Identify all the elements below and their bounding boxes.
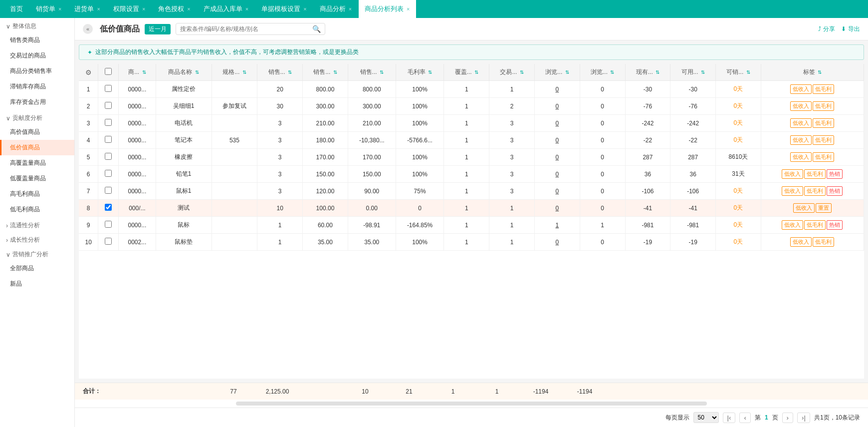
nav-product-analysis-list[interactable]: 商品分析列表 × <box>359 0 416 18</box>
nav-roles[interactable]: 角色授权 × <box>152 0 196 18</box>
close-icon[interactable]: × <box>142 6 145 12</box>
sidebar-item-high-margin[interactable]: 高毛利商品 <box>0 186 74 202</box>
sidebar-group-contribution[interactable]: ∨ 贡献度分析 <box>0 110 74 124</box>
horizontal-scrollbar[interactable] <box>236 402 707 406</box>
row-checkbox[interactable] <box>105 170 112 177</box>
browse1-link[interactable]: 0 <box>556 154 559 161</box>
cell-browse1[interactable]: 0 <box>535 166 580 183</box>
col-coverage[interactable]: 覆盖... ⇅ <box>444 64 489 81</box>
sidebar-item-low-coverage[interactable]: 低覆盖量商品 <box>0 171 74 186</box>
nav-products-in[interactable]: 产成品入库单 × <box>198 0 254 18</box>
col-sale3[interactable]: 销售... ⇅ <box>348 64 396 81</box>
cell-checkbox[interactable] <box>98 115 119 132</box>
cell-checkbox[interactable] <box>98 217 119 234</box>
col-saleable[interactable]: 可销... ⇅ <box>716 64 761 81</box>
col-tags[interactable]: 标签 ⇅ <box>761 64 864 81</box>
per-page-select[interactable]: 50 20 100 <box>693 412 719 423</box>
close-icon[interactable]: × <box>349 6 352 12</box>
cell-checkbox[interactable] <box>98 81 119 98</box>
cell-browse1[interactable]: 0 <box>535 132 580 149</box>
cell-browse1[interactable]: 0 <box>535 200 580 217</box>
data-table-container[interactable]: ⚙ 商... ⇅ 商品名称 ⇅ 规格... ⇅ 销售... ⇅ 销售... ⇅ … <box>79 64 864 379</box>
sidebar-item-low-value[interactable]: 低价值商品 <box>0 140 74 155</box>
cell-browse1[interactable]: 0 <box>535 183 580 200</box>
cell-checkbox[interactable] <box>98 149 119 166</box>
col-sale2[interactable]: 销售... ⇅ <box>303 64 348 81</box>
sidebar-item-all-products[interactable]: 全部商品 <box>0 261 74 276</box>
col-name[interactable]: 商品名称 ⇅ <box>156 64 212 81</box>
close-icon[interactable]: × <box>245 6 248 12</box>
close-icon[interactable]: × <box>58 6 61 12</box>
sidebar-item-low-margin[interactable]: 低毛利商品 <box>0 202 74 217</box>
row-checkbox[interactable] <box>105 238 112 245</box>
browse1-link[interactable]: 0 <box>556 239 559 246</box>
browse1-link[interactable]: 1 <box>556 222 559 229</box>
cell-browse1[interactable]: 0 <box>535 81 580 98</box>
close-icon[interactable]: × <box>407 6 410 12</box>
browse1-link[interactable]: 0 <box>556 103 559 110</box>
cell-checkbox[interactable] <box>98 234 119 251</box>
prev-page-button[interactable]: ‹ <box>739 413 750 423</box>
col-browse2[interactable]: 浏览... ⇅ <box>580 64 625 81</box>
last-page-button[interactable]: ›| <box>797 413 810 423</box>
row-checkbox[interactable] <box>105 153 112 160</box>
sidebar-item-high-value[interactable]: 高价值商品 <box>0 124 74 140</box>
nav-purchase[interactable]: 进货单 × <box>68 0 106 18</box>
sidebar-item-new-products[interactable]: 新品 <box>0 276 74 292</box>
row-checkbox[interactable] <box>105 102 112 109</box>
sidebar-group-circulation[interactable]: › 流通性分析 <box>0 217 74 232</box>
time-filter-button[interactable]: 近一月 <box>145 24 171 34</box>
sidebar-group-overall[interactable]: ∨ 整体信息 <box>0 18 74 32</box>
row-checkbox[interactable] <box>105 221 112 228</box>
col-profit-rate[interactable]: 毛利率 ⇅ <box>396 64 444 81</box>
cell-browse1[interactable]: 0 <box>535 115 580 132</box>
sidebar-group-growth[interactable]: › 成长性分析 <box>0 232 74 246</box>
close-icon[interactable]: × <box>303 6 306 12</box>
search-icon[interactable]: 🔍 <box>312 25 321 33</box>
browse1-link[interactable]: 0 <box>556 171 559 178</box>
col-checkbox[interactable] <box>98 64 119 81</box>
share-button[interactable]: ⤴ 分享 <box>818 25 835 33</box>
sidebar-item-sales-products[interactable]: 销售类商品 <box>0 32 74 48</box>
col-spec[interactable]: 规格... ⇅ <box>212 64 257 81</box>
next-page-button[interactable]: › <box>782 413 793 423</box>
cell-checkbox[interactable] <box>98 98 119 115</box>
browse1-link[interactable]: 0 <box>556 120 559 127</box>
row-checkbox[interactable] <box>105 85 112 92</box>
col-code[interactable]: 商... ⇅ <box>119 64 156 81</box>
close-icon[interactable]: × <box>187 6 190 12</box>
col-browse1[interactable]: 浏览... ⇅ <box>535 64 580 81</box>
cell-checkbox[interactable] <box>98 183 119 200</box>
search-input[interactable] <box>180 25 309 32</box>
close-icon[interactable]: × <box>97 6 100 12</box>
cell-browse1[interactable]: 1 <box>535 217 580 234</box>
select-all-checkbox[interactable] <box>105 68 112 75</box>
sidebar-item-slow-moving[interactable]: 滞销库存商品 <box>0 79 74 94</box>
row-checkbox[interactable] <box>105 187 112 194</box>
nav-home[interactable]: 首页 <box>4 0 29 18</box>
collapse-sidebar-button[interactable]: « <box>83 24 93 34</box>
cell-checkbox[interactable] <box>98 200 119 217</box>
sidebar-item-traded-products[interactable]: 交易过的商品 <box>0 48 74 63</box>
row-checkbox[interactable] <box>105 119 112 126</box>
cell-browse1[interactable]: 0 <box>535 98 580 115</box>
col-available[interactable]: 可用... ⇅ <box>670 64 716 81</box>
col-gear[interactable]: ⚙ <box>79 64 98 81</box>
browse1-link[interactable]: 0 <box>556 86 559 93</box>
nav-sales[interactable]: 销货单 × <box>30 0 67 18</box>
browse1-link[interactable]: 0 <box>556 188 559 195</box>
cell-browse1[interactable]: 0 <box>535 149 580 166</box>
export-button[interactable]: ⬇ 导出 <box>841 25 860 33</box>
cell-browse1[interactable]: 0 <box>535 234 580 251</box>
first-page-button[interactable]: |‹ <box>723 413 736 423</box>
browse1-link[interactable]: 0 <box>556 205 559 212</box>
sidebar-item-inventory-capital[interactable]: 库存资金占用 <box>0 94 74 110</box>
sidebar-item-category-rate[interactable]: 商品分类销售率 <box>0 63 74 79</box>
browse1-link[interactable]: 0 <box>556 137 559 144</box>
nav-template[interactable]: 单据模板设置 × <box>255 0 312 18</box>
col-sale1[interactable]: 销售... ⇅ <box>257 64 303 81</box>
nav-permissions[interactable]: 权限设置 × <box>107 0 151 18</box>
col-current[interactable]: 现有... ⇅ <box>625 64 670 81</box>
nav-product-analysis[interactable]: 商品分析 × <box>314 0 358 18</box>
sidebar-group-marketing[interactable]: ∨ 营销推广分析 <box>0 246 74 261</box>
